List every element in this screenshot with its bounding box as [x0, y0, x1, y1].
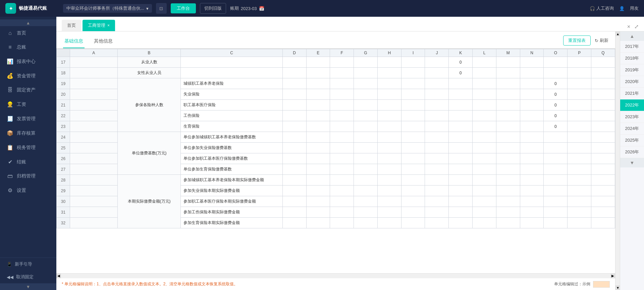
chevron-down-icon: ▾	[146, 6, 149, 11]
calendar-icon[interactable]: 📅	[259, 6, 264, 11]
header-right: 🎧 人工咨询 👤 用友	[590, 5, 639, 11]
oldver-button[interactable]: 切到旧版	[200, 3, 226, 14]
company-selector[interactable]: 中审众环会计师事务所（特殊普通合伙... ▾	[63, 4, 152, 13]
company-name: 中审众环会计师事务所（特殊普通合伙...	[66, 5, 144, 11]
period-value: 2023-03	[241, 6, 257, 11]
copy-button[interactable]: ⊡	[156, 3, 167, 14]
workbench-button[interactable]: 工作台	[171, 3, 196, 13]
logo-icon: ✦	[5, 3, 16, 14]
service-button[interactable]: 🎧 人工咨询	[590, 5, 614, 11]
logo-text: 畅捷通易代账	[19, 5, 47, 11]
service-label: 人工咨询	[596, 5, 614, 11]
period-label: 账期	[230, 5, 239, 11]
user-icon: 👤	[619, 6, 625, 11]
user-label: 用友	[630, 5, 639, 11]
period-area: 账期 2023-03 📅	[230, 5, 264, 11]
top-header: ✦ 畅捷通易代账 中审众环会计师事务所（特殊普通合伙... ▾ ⊡ 工作台 切到…	[0, 0, 644, 17]
headset-icon: 🎧	[590, 6, 595, 11]
logo-area: ✦ 畅捷通易代账	[5, 3, 59, 14]
